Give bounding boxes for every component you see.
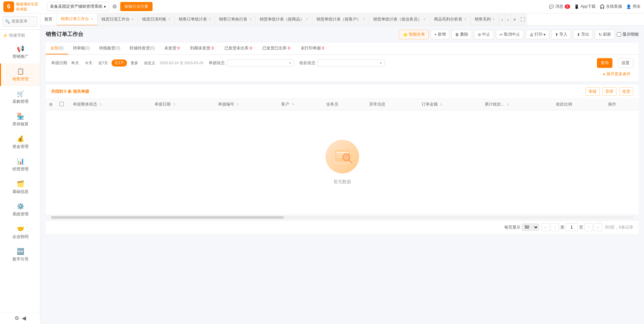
- filter-tab-not-shipped[interactable]: 未发货0: [160, 43, 186, 54]
- message-btn[interactable]: 💬 消息 6: [549, 4, 570, 9]
- sort-status-icon[interactable]: ⇅: [99, 103, 102, 106]
- sidebar-item-system[interactable]: ⚙️ 系统管理: [0, 199, 40, 221]
- sys-selector[interactable]: 装备及固定资产辅助管理系统 ▾: [47, 2, 109, 11]
- purchase-icon: 🛒: [17, 90, 24, 97]
- select-all-checkbox[interactable]: [59, 102, 64, 106]
- sidebar-item-operation[interactable]: 📊 经营管理: [0, 154, 40, 176]
- sidebar-quick-nav[interactable]: ⚡ 快捷导航: [0, 30, 40, 41]
- svg-rect-2: [336, 152, 348, 153]
- filter-tab-not-printed[interactable]: 未打印单据0: [296, 43, 330, 54]
- print-btn[interactable]: 🖨 打印 ▾: [526, 30, 549, 39]
- tab-close-sales-stat-product[interactable]: ×: [306, 17, 308, 21]
- next-page-btn[interactable]: ›: [585, 223, 593, 231]
- sort-number-icon[interactable]: ⇅: [236, 103, 239, 106]
- first-page-btn[interactable]: «: [542, 223, 550, 231]
- tab-sales-exec[interactable]: 销售订单执行表 ×: [215, 13, 256, 26]
- tab-close-sales-workbench[interactable]: ×: [91, 17, 93, 21]
- sidebar-collapse-icon[interactable]: ◀: [22, 315, 26, 321]
- settings-icon[interactable]: ⚙: [112, 3, 117, 10]
- filter-settings-btn[interactable]: 设置: [618, 58, 633, 68]
- date-btn-yesterday[interactable]: 昨天: [69, 59, 81, 67]
- page-actions: ⭐ 智能生单 + 新增 🗑 删除: [399, 30, 639, 39]
- delete-btn[interactable]: 🗑 删除: [452, 30, 472, 39]
- sidebar-item-enterprise[interactable]: 🤝 企业协同: [0, 221, 40, 244]
- filter-tab-wangpu[interactable]: 旺铺待发货(0): [125, 43, 160, 54]
- page-number-input[interactable]: [566, 223, 578, 231]
- tab-fullscreen[interactable]: ⛶: [518, 13, 527, 26]
- filter-tab-shipped-wh[interactable]: 已发货已出库0: [258, 43, 296, 54]
- filter-tab-all[interactable]: 全部(0): [46, 43, 68, 54]
- sidebar-item-guide[interactable]: 🆕 新手引导: [0, 244, 40, 266]
- sidebar-item-purchase[interactable]: 🛒 采购管理: [0, 86, 40, 109]
- sort-customer-icon[interactable]: ⇅: [292, 103, 294, 106]
- tab-close-sales-stat-customer[interactable]: ×: [363, 17, 365, 21]
- refresh-btn[interactable]: ↻ 刷新: [595, 30, 615, 39]
- cancel-stop-btn[interactable]: ↩ 取消中止: [496, 30, 524, 39]
- tab-home[interactable]: 首页: [40, 13, 57, 26]
- tab-sales-stat-staff[interactable]: 销货单统计表（按业务员） ×: [369, 13, 430, 26]
- filter-tab-pending-inspect[interactable]: 待拣验货(0): [94, 43, 125, 54]
- scroll-thumb[interactable]: [51, 216, 284, 219]
- tab-nav-prev[interactable]: ‹: [499, 13, 505, 26]
- tab-close-cash-reconcile[interactable]: ×: [168, 17, 170, 21]
- page-size-dropdown[interactable]: 10 20 50 100: [522, 224, 539, 231]
- sort-date-icon[interactable]: ⇅: [173, 103, 176, 106]
- import-btn[interactable]: ⬆ 导入: [551, 30, 571, 39]
- tab-cash-reconcile[interactable]: 钱货日清对账 ×: [138, 13, 175, 26]
- industry-btn[interactable]: 体验行业方案: [120, 2, 153, 11]
- sidebar-item-sales[interactable]: 📋 销售管理: [0, 64, 40, 86]
- tab-cash-daily[interactable]: 钱货日清工作台 ×: [97, 13, 138, 26]
- expand-filter-btn[interactable]: ▾ 展开更多条件: [600, 70, 633, 78]
- filter-tab-expired[interactable]: 到期未发货0: [185, 43, 220, 54]
- tab-close-sales-more[interactable]: ×: [493, 17, 495, 21]
- last-page-btn[interactable]: »: [594, 223, 602, 231]
- ship-btn[interactable]: 发货: [619, 87, 633, 96]
- tab-sales-stat-customer[interactable]: 销货单统计表（按客户） ×: [312, 13, 369, 26]
- filter-tab-shipped-not-wh[interactable]: 已发货未出库0: [220, 43, 258, 54]
- show-detail-checkbox[interactable]: 显示明细: [617, 32, 639, 37]
- sidebar-item-marketing[interactable]: 📢 营销推广: [0, 41, 40, 64]
- sidebar-item-base[interactable]: 🗂️ 基础信息: [0, 176, 40, 199]
- search-btn[interactable]: 查询: [597, 58, 612, 68]
- tab-sales-stat[interactable]: 销售订单统计表 ×: [175, 13, 215, 26]
- stop-btn[interactable]: ⊘ 中止: [474, 30, 494, 39]
- tab-sales-more[interactable]: 销售毛利 ×: [471, 13, 499, 26]
- tab-sales-stat-product[interactable]: 销货单统计表（按商品） ×: [256, 13, 312, 26]
- th-config[interactable]: ⚙: [46, 99, 56, 110]
- sort-amount-icon[interactable]: ⇅: [440, 103, 442, 106]
- payment-status-select[interactable]: ▾: [317, 59, 385, 67]
- tab-nav-next[interactable]: ›: [505, 13, 511, 26]
- sidebar-search-btn[interactable]: 🔍 搜索菜单: [3, 16, 37, 27]
- online-service-btn[interactable]: 🎧 在线客服: [600, 4, 622, 9]
- smart-btn[interactable]: ⭐ 智能生单: [399, 30, 429, 39]
- sidebar-item-finance[interactable]: 💰 资金管理: [0, 131, 40, 154]
- date-btn-more[interactable]: 更多: [128, 59, 140, 67]
- tab-close-sales-exec[interactable]: ×: [249, 17, 251, 21]
- show-detail-input[interactable]: [617, 32, 621, 37]
- doc-status-select[interactable]: ▾: [227, 59, 294, 67]
- review-btn[interactable]: 审核: [586, 87, 600, 96]
- th-checkbox[interactable]: [56, 99, 70, 110]
- tab-close-cash-daily[interactable]: ×: [132, 17, 134, 21]
- export-btn[interactable]: ⬇ 导出: [573, 30, 593, 39]
- tab-close-sales-stat-staff[interactable]: ×: [424, 17, 426, 21]
- sidebar-item-inventory[interactable]: 🏪 库存核算: [0, 109, 40, 131]
- date-btn-custom[interactable]: 自定义: [142, 59, 158, 67]
- sidebar-settings-icon[interactable]: ⚙: [14, 315, 19, 321]
- filter-tab-pending-review[interactable]: 待审核(0): [68, 43, 95, 54]
- date-btn-last1m[interactable]: 近1月: [112, 59, 127, 67]
- tab-close-sales-stat[interactable]: ×: [209, 17, 211, 21]
- date-btn-today[interactable]: 今天: [83, 59, 95, 67]
- prev-page-btn[interactable]: ‹: [551, 223, 559, 231]
- tab-sales-workbench[interactable]: 销售订单工作台 ×: [57, 13, 97, 26]
- new-btn[interactable]: + 新增: [431, 30, 449, 39]
- sort-collected-icon[interactable]: ⇅: [507, 103, 509, 106]
- horizontal-scrollbar[interactable]: [51, 216, 633, 219]
- app-download-btn[interactable]: 📱 App下载: [574, 4, 596, 9]
- tab-close-all[interactable]: ×: [511, 13, 518, 26]
- cancel-review-btn[interactable]: 弃审: [602, 87, 616, 96]
- tab-gross-profit[interactable]: 商品毛利分析表 ×: [430, 13, 471, 26]
- date-btn-last7[interactable]: 近7天: [96, 59, 110, 67]
- tab-close-gross-profit[interactable]: ×: [464, 17, 466, 21]
- user-menu-btn[interactable]: 👤 用友: [626, 4, 641, 9]
